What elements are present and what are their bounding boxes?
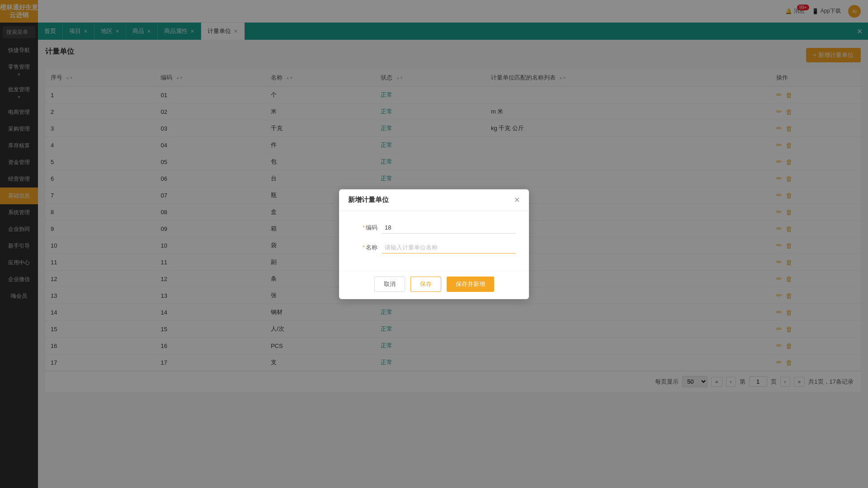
name-input[interactable]: [382, 242, 515, 253]
code-label: *编码: [353, 224, 377, 232]
modal-title: 新增计量单位: [348, 196, 389, 204]
name-label: *名称: [353, 244, 377, 252]
required-mark: *: [363, 224, 365, 231]
code-input[interactable]: [382, 222, 515, 234]
modal-body: *编码 *名称: [339, 211, 529, 271]
modal-header: 新增计量单位 ✕: [339, 189, 529, 211]
modal-footer: 取消 保存 保存并新增: [339, 271, 529, 299]
form-row-name: *名称: [353, 242, 515, 253]
modal-overlay[interactable]: 新增计量单位 ✕ *编码 *名称 取消 保存 保存并新增: [0, 0, 868, 488]
cancel-button[interactable]: 取消: [374, 277, 405, 292]
save-and-new-button[interactable]: 保存并新增: [447, 277, 494, 292]
modal-close-button[interactable]: ✕: [514, 196, 520, 204]
form-row-code: *编码: [353, 222, 515, 234]
required-mark: *: [363, 244, 365, 251]
add-unit-modal: 新增计量单位 ✕ *编码 *名称 取消 保存 保存并新增: [339, 189, 529, 299]
save-button[interactable]: 保存: [410, 277, 441, 292]
